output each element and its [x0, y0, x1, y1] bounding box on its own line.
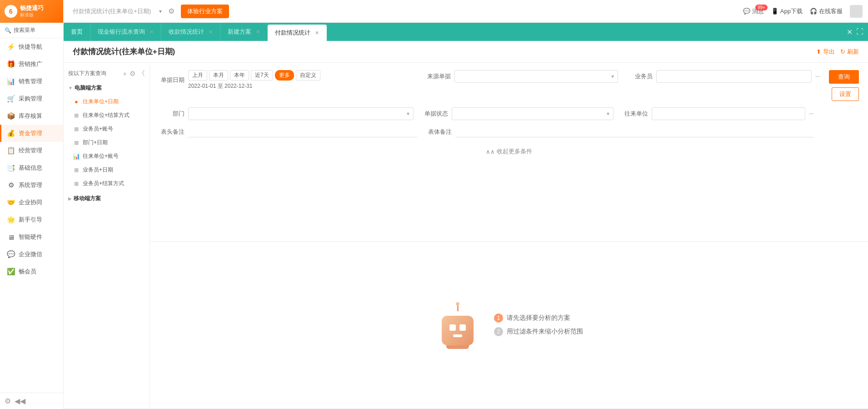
sidebar-icon-basic: 📑 — [7, 164, 15, 172]
user-avatar[interactable] — [850, 5, 863, 18]
tip-label-2: 用过滤条件来缩小分析范围 — [507, 328, 583, 336]
sidebar-item-member[interactable]: ✅畅会员 — [0, 263, 63, 280]
sidebar-item-hardware[interactable]: 🖥智能硬件 — [0, 228, 63, 246]
scheme-settings-btn[interactable]: ⚙ — [130, 70, 135, 78]
tab-close-receipt-stats[interactable]: ✕ — [209, 29, 213, 35]
collapse-button[interactable]: ∧∧ 收起更多条件 — [486, 147, 532, 156]
tip-num-1: 1 — [494, 313, 503, 323]
sidebar-item-basic[interactable]: 📑基础信息 — [0, 159, 63, 177]
sidebar-item-system[interactable]: ⚙系统管理 — [0, 177, 63, 194]
scheme-group-arrow-0: ▼ — [68, 86, 73, 91]
body-note-label: 表体备注 — [426, 128, 452, 136]
date-btn-0[interactable]: 上月 — [188, 70, 207, 81]
collapse-btn-label: 收起更多条件 — [497, 147, 532, 156]
sidebar-label-system: 系统管理 — [19, 181, 42, 189]
robot-eye-left — [449, 324, 456, 331]
sidebar-item-capital[interactable]: 💰资金管理 — [0, 125, 63, 142]
query-button[interactable]: 查询 — [829, 70, 859, 84]
sidebar-item-marketing[interactable]: 🎁营销推广 — [0, 56, 63, 73]
topbar-settings-icon[interactable]: ⚙ — [166, 5, 176, 17]
content-body: 按以下方案查询 + ⚙ 《 ▼电脑端方案●往来单位+日期▦往来单位+结算方式▦业… — [64, 63, 868, 408]
export-label: 导出 — [823, 48, 835, 56]
export-button[interactable]: ⬆ 导出 — [816, 48, 835, 56]
scheme-item-0-4[interactable]: 📊往来单位+账号 — [73, 150, 148, 163]
scheme-group-header-0[interactable]: ▼电脑端方案 — [64, 81, 150, 95]
source-select[interactable]: ▾ — [454, 70, 618, 83]
date-btn-2[interactable]: 本年 — [230, 70, 249, 81]
scheme-item-0-0[interactable]: ●往来单位+日期 — [73, 95, 148, 108]
date-btn-1[interactable]: 本月 — [209, 70, 228, 81]
scheme-item-0-3[interactable]: ▦部门+日期 — [73, 136, 148, 149]
date-range: 2022-01-01 至 2022-12-31 — [188, 82, 320, 90]
tab-new-scheme[interactable]: 新建方案✕ — [220, 23, 268, 41]
date-control: 上月本月本年近7天更多自定义 2022-01-01 至 2022-12-31 — [188, 70, 416, 90]
sidebar-icon-system: ⚙ — [7, 181, 15, 189]
sidebar-item-operations[interactable]: 📋经营管理 — [0, 142, 63, 159]
partner-dots-btn[interactable]: ··· — [809, 110, 813, 118]
scheme-add-btn[interactable]: + — [123, 70, 127, 77]
sidebar-icon-hardware: 🖥 — [7, 233, 15, 241]
robot-mouth — [453, 334, 462, 337]
salesman-dots-btn[interactable]: ··· — [815, 72, 820, 81]
scheme-item-0-1[interactable]: ▦往来单位+结算方式 — [73, 109, 148, 122]
empty-area: 1 请先选择要分析的方案 2 用过滤条件来缩小分析范围 — [150, 242, 868, 409]
topbar-service[interactable]: 🎧 在线客服 — [810, 7, 843, 15]
sidebar-item-enterprise[interactable]: 🤝企业协同 — [0, 194, 63, 211]
scheme-item-0-2[interactable]: ▦业务员+账号 — [73, 122, 148, 136]
right-panel: 单据日期 上月本月本年近7天更多自定义 2022-01-01 至 2022-12… — [150, 63, 868, 408]
date-btn-4[interactable]: 更多 — [275, 70, 294, 81]
tab-close-bank-flow[interactable]: ✕ — [150, 29, 154, 35]
sidebar-item-guide[interactable]: 🌟新手引导 — [0, 211, 63, 228]
filter-row-2: 部门 ▾ 单据状态 ▾ — [159, 107, 859, 120]
sidebar-item-sales[interactable]: 📊销售管理 — [0, 73, 63, 90]
filter-settings-button[interactable]: 设置 — [832, 87, 859, 101]
tab-home[interactable]: 首页 — [64, 23, 90, 41]
tab-payment-stats[interactable]: 付款情况统计✕ — [268, 25, 327, 41]
scheme-group-header-1[interactable]: ▶移动端方案 — [64, 192, 150, 205]
sidebar-item-inventory[interactable]: 📦库存核算 — [0, 107, 63, 125]
sidebar-icon-wechat: 💬 — [7, 250, 15, 258]
sidebar-collapse-icon[interactable]: ◀◀ — [15, 397, 25, 405]
robot-eyes — [448, 324, 468, 331]
scheme-collapse-btn[interactable]: 《 — [138, 69, 145, 78]
refresh-icon: ↻ — [840, 48, 845, 55]
refresh-button[interactable]: ↻ 刷新 — [840, 48, 859, 56]
sidebar-label-quick-nav: 快捷导航 — [19, 43, 42, 51]
sidebar-item-purchase[interactable]: 🛒采购管理 — [0, 90, 63, 107]
filter-header-note-item: 表头备注 — [159, 126, 417, 137]
partner-select[interactable] — [652, 107, 805, 120]
topbar-msg[interactable]: 💬 消息 99+ — [743, 7, 764, 15]
scheme-panel: 按以下方案查询 + ⚙ 《 ▼电脑端方案●往来单位+日期▦往来单位+结算方式▦业… — [64, 63, 150, 408]
body-note-input[interactable] — [455, 126, 813, 137]
tab-receipt-stats[interactable]: 收款情况统计✕ — [161, 23, 220, 41]
tip-num-2: 2 — [494, 327, 503, 336]
tab-close-payment-stats[interactable]: ✕ — [315, 30, 319, 36]
sidebar-label-member: 畅会员 — [19, 268, 36, 276]
trial-button[interactable]: 体验行业方案 — [181, 5, 229, 18]
sidebar-search[interactable]: 🔍 搜索菜单 — [0, 23, 63, 38]
sidebar-item-wechat[interactable]: 💬企业微信 — [0, 246, 63, 263]
salesman-select[interactable] — [656, 70, 812, 83]
header-note-input[interactable] — [188, 126, 417, 137]
tab-close-all-button[interactable]: ✕ — [847, 28, 853, 36]
docstatus-select[interactable]: ▾ — [452, 107, 614, 120]
tab-expand-button[interactable]: ⛶ — [856, 28, 863, 36]
dept-select[interactable]: ▾ — [188, 107, 414, 120]
sidebar-label-capital: 资金管理 — [19, 129, 42, 137]
sidebar-icon-inventory: 📦 — [7, 112, 15, 120]
empty-tip-1: 1 请先选择要分析的方案 — [494, 313, 583, 323]
scheme-item-0-6[interactable]: ▦业务员+结算方式 — [73, 177, 148, 190]
tab-close-new-scheme[interactable]: ✕ — [256, 29, 260, 35]
filter-body-note-item: 表体备注 — [426, 126, 813, 137]
scheme-item-0-5[interactable]: ▦业务员+日期 — [73, 163, 148, 177]
date-btn-5[interactable]: 自定义 — [296, 70, 320, 81]
service-label: 在线客服 — [819, 7, 843, 15]
sidebar-settings-icon[interactable]: ⚙ — [5, 397, 11, 405]
scheme-item-icon-0-4: 📊 — [73, 153, 80, 160]
filter-partner-item: 往来单位 ··· — [623, 107, 813, 120]
sidebar-item-quick-nav[interactable]: ⚡快捷导航 — [0, 38, 63, 56]
topbar-app[interactable]: 📱 App下载 — [771, 7, 803, 15]
app-label: App下载 — [780, 7, 803, 15]
tab-bank-flow[interactable]: 现金银行流水查询✕ — [90, 23, 161, 41]
date-btn-3[interactable]: 近7天 — [251, 70, 273, 81]
